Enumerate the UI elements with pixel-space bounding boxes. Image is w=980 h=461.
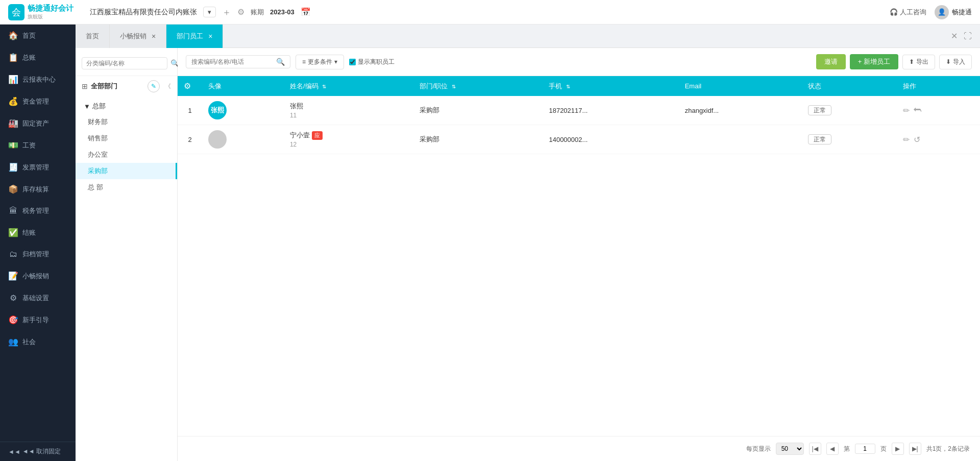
dept-item-finance[interactable]: 财务部 [76, 114, 177, 130]
emp-code-1: 11 [290, 112, 407, 119]
period-label: 账期 [251, 8, 264, 17]
import-button[interactable]: ⬇ 导入 [939, 55, 972, 69]
tab-expense[interactable]: 小畅报销 × [110, 25, 166, 48]
dept-item-office[interactable]: 办公室 [76, 147, 177, 163]
row-actions-2: ✏ ↺ [897, 125, 980, 154]
more-filter-button[interactable]: ≡ 更多条件 ▾ [296, 55, 344, 69]
dept-all-header[interactable]: ⊞ 全部部门 ✎ 《 [76, 76, 177, 96]
sidebar-item-salary[interactable]: 💵 工资 [0, 134, 76, 156]
avatar: 👤 [935, 5, 949, 19]
sidebar-label-archive: 归档管理 [22, 250, 49, 259]
add-employee-button[interactable]: + 新增员工 [850, 54, 898, 69]
add-top-button[interactable]: ＋ [222, 6, 231, 18]
user-info[interactable]: 👤 畅捷通 [935, 5, 972, 19]
expense-icon: 📝 [8, 271, 18, 281]
row-status-2: 正常 [802, 125, 897, 154]
close-accounts-icon: ✅ [8, 228, 18, 237]
filter-chevron-icon: ▾ [334, 58, 337, 65]
sidebar-label-ledger: 总账 [22, 53, 36, 62]
sidebar-item-social[interactable]: 👥 社会 [0, 331, 76, 353]
dept-edit-button[interactable]: ✎ [148, 80, 160, 92]
status-badge-1: 正常 [808, 105, 831, 115]
employee-toolbar: 🔍 ≡ 更多条件 ▾ 显示离职员工 邀请 + 新增员工 [178, 48, 980, 76]
dept-group-root[interactable]: ▼ 总部 [76, 99, 177, 114]
cancel-pin-label: ◄◄ 取消固定 [22, 447, 61, 456]
column-settings-icon[interactable]: ⚙ [184, 82, 191, 90]
row-dept-2: 采购部 [413, 125, 543, 154]
dept-collapse-icon[interactable]: 《 [165, 82, 171, 91]
sidebar-item-home[interactable]: 🏠 首页 [0, 25, 76, 46]
prev-page-button[interactable]: ◀ [826, 443, 839, 455]
sidebar-item-inventory[interactable]: 📦 库存核算 [0, 178, 76, 200]
sidebar-item-ledger[interactable]: 📋 总账 [0, 46, 76, 68]
row-email-1: zhangxidf... [679, 96, 802, 125]
sidebar-item-close[interactable]: ✅ 结账 [0, 222, 76, 244]
calendar-icon[interactable]: 📅 [301, 7, 311, 17]
sidebar-item-reports[interactable]: 📊 云报表中心 [0, 68, 76, 90]
support-button[interactable]: 🎧 人工咨询 [890, 8, 926, 17]
dept-item-sales[interactable]: 销售部 [76, 130, 177, 147]
sidebar-label-tax: 税务管理 [22, 206, 49, 215]
employee-search-input[interactable] [191, 58, 273, 65]
invite-button[interactable]: 邀请 [816, 54, 846, 69]
tab-home-label: 首页 [86, 32, 99, 41]
sidebar-label-home: 首页 [22, 31, 36, 40]
grid-icon: ⊞ [82, 82, 88, 90]
edit-icon-2[interactable]: ✏ [903, 135, 910, 144]
tab-expense-label: 小畅报销 [120, 32, 146, 41]
export-label: 导出 [916, 58, 928, 66]
name-sort-icon[interactable]: ⇅ [322, 84, 326, 89]
page-size-select[interactable]: 50 10 20 100 [776, 443, 804, 455]
dept-item-purchase[interactable]: 采购部 [76, 163, 177, 179]
export-icon: ⬆ [909, 58, 914, 65]
page-content: 🔍 ⊞ 全部部门 ✎ 《 ▼ 总部 财务部 销售部 办公室 采购部 [76, 48, 980, 461]
dept-search-input[interactable] [82, 57, 167, 69]
th-status: 状态 [802, 76, 897, 96]
edit-icon-1[interactable]: ✏ [903, 106, 910, 115]
logout-icon-1[interactable]: ⮪ [914, 106, 922, 115]
page-size-label: 每页显示 [746, 445, 771, 453]
sidebar-label-inventory: 库存核算 [22, 185, 49, 194]
pagination-bar: 每页显示 50 10 20 100 |◀ ◀ 第 页 ▶ ▶| 共1页，2条记录 [178, 436, 980, 461]
sidebar-item-archive[interactable]: 🗂 归档管理 [0, 244, 76, 265]
tab-expand-button[interactable]: ⛶ [962, 30, 974, 43]
tab-dept-employee[interactable]: 部门员工 × [166, 25, 223, 48]
cancel-pin-button[interactable]: ◄◄ ◄◄ 取消固定 [0, 442, 76, 461]
settings-top-button[interactable]: ⚙ [237, 7, 244, 17]
next-page-button[interactable]: ▶ [892, 443, 904, 455]
sidebar-item-assets[interactable]: 🏭 固定资产 [0, 112, 76, 134]
sidebar-item-funds[interactable]: 💰 资金管理 [0, 90, 76, 112]
row-index-2: 2 [178, 125, 202, 154]
export-button[interactable]: ⬆ 导出 [902, 55, 935, 69]
dept-search-area: 🔍 [76, 54, 177, 76]
th-email: Email [679, 76, 802, 96]
refresh-icon-2[interactable]: ↺ [914, 135, 920, 144]
phone-sort-icon[interactable]: ⇅ [566, 84, 570, 89]
sidebar-item-tax[interactable]: 🏛 税务管理 [0, 200, 76, 222]
tab-expense-close[interactable]: × [152, 32, 156, 40]
show-resigned-label[interactable]: 显示离职员工 [349, 58, 395, 66]
dept-item-hq[interactable]: 总 部 [76, 179, 177, 196]
employee-search-icon[interactable]: 🔍 [276, 58, 285, 66]
last-page-button[interactable]: ▶| [909, 443, 921, 455]
sidebar-item-settings[interactable]: ⚙ 基础设置 [0, 287, 76, 309]
top-right: 🎧 人工咨询 👤 畅捷通 [890, 5, 972, 19]
page-input[interactable] [855, 444, 875, 454]
row-avatar-2 [202, 125, 284, 154]
period-value: 2023-03 [270, 8, 295, 16]
show-resigned-checkbox[interactable] [349, 59, 356, 65]
tab-dept-close[interactable]: × [208, 32, 212, 40]
sidebar-item-expense[interactable]: 📝 小畅报销 [0, 265, 76, 287]
tab-right-buttons: ✕ ⛶ [949, 29, 980, 43]
sidebar-item-guide[interactable]: 🎯 新手引导 [0, 309, 76, 331]
page-label-pre: 第 [844, 445, 850, 453]
tab-home[interactable]: 首页 [76, 25, 110, 48]
tab-close-window-button[interactable]: ✕ [949, 29, 960, 43]
first-page-button[interactable]: |◀ [809, 443, 821, 455]
company-dropdown-button[interactable]: ▾ [203, 7, 216, 17]
salary-icon: 💵 [8, 140, 18, 150]
row-phone-2: 140000002... [543, 125, 678, 154]
sidebar-item-invoice[interactable]: 🧾 发票管理 [0, 156, 76, 178]
logo-icon: 会 [8, 4, 24, 20]
dept-sort-icon[interactable]: ⇅ [452, 84, 456, 89]
